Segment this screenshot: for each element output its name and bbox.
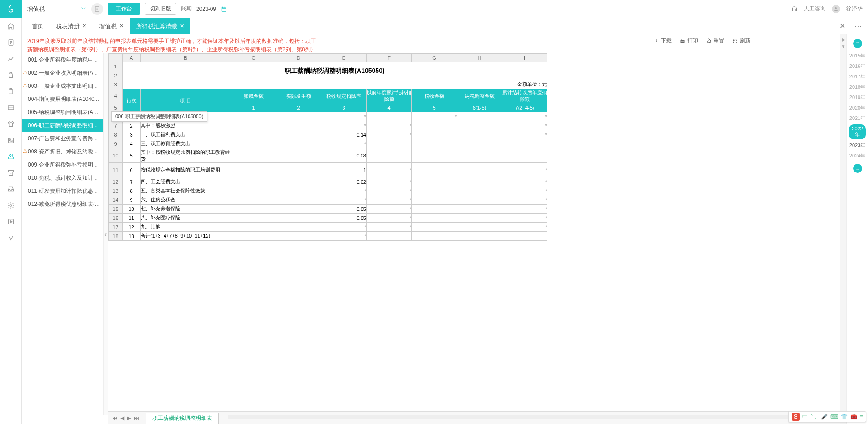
- data-cell[interactable]: [457, 139, 502, 148]
- data-cell[interactable]: *: [321, 223, 367, 232]
- year-2016年[interactable]: 2016年: [846, 61, 868, 71]
- data-cell[interactable]: *: [502, 177, 547, 186]
- data-cell[interactable]: 0.05: [321, 214, 367, 223]
- play-icon[interactable]: [0, 214, 22, 230]
- ime-tools-icon[interactable]: 🧰: [850, 414, 857, 420]
- data-cell[interactable]: *: [367, 186, 412, 195]
- year-2023年[interactable]: 2023年: [846, 140, 868, 151]
- clipboard-icon[interactable]: [0, 83, 22, 100]
- data-cell[interactable]: *: [367, 214, 412, 223]
- data-cell[interactable]: [276, 148, 321, 163]
- consult-link[interactable]: 人工咨询: [804, 5, 826, 13]
- data-cell[interactable]: *: [502, 195, 547, 205]
- ime-mode[interactable]: 中: [802, 413, 808, 421]
- data-cell[interactable]: [502, 232, 547, 241]
- data-cell[interactable]: *: [367, 177, 412, 186]
- sheet-prev-icon[interactable]: ◀: [119, 415, 125, 421]
- shirt-icon[interactable]: [0, 116, 22, 132]
- data-cell[interactable]: *: [367, 163, 412, 177]
- year-2018年[interactable]: 2018年: [846, 82, 868, 92]
- data-cell[interactable]: [231, 232, 276, 241]
- data-cell[interactable]: [231, 139, 276, 148]
- data-cell[interactable]: *: [502, 112, 547, 121]
- tab-0[interactable]: 首页: [25, 18, 50, 34]
- data-cell[interactable]: [231, 177, 276, 186]
- data-cell[interactable]: [231, 163, 276, 177]
- expand-right-icon[interactable]: ▶: [842, 37, 845, 42]
- refresh-round-button[interactable]: [91, 3, 103, 15]
- sidebar-item-11[interactable]: 012-减免所得税优惠明细表(...: [22, 198, 103, 211]
- image-icon[interactable]: [0, 132, 22, 148]
- sheet-tab[interactable]: 职工薪酬纳税调整明细表: [146, 413, 219, 424]
- bag-icon[interactable]: [0, 67, 22, 83]
- sheet-first-icon[interactable]: ⏮: [111, 415, 118, 421]
- data-cell[interactable]: [502, 148, 547, 163]
- archive-icon[interactable]: [0, 165, 22, 181]
- data-cell[interactable]: *: [502, 121, 547, 130]
- reset-button[interactable]: 重置: [706, 37, 724, 45]
- data-cell[interactable]: [412, 163, 457, 177]
- year-down-icon[interactable]: ⌄: [853, 164, 862, 173]
- tab-more-icon[interactable]: ⋯: [852, 21, 864, 31]
- data-cell[interactable]: *: [321, 232, 367, 241]
- tax-type-selector[interactable]: 增值税 ﹀: [27, 5, 87, 13]
- tab-close-icon[interactable]: ✕: [82, 23, 86, 29]
- data-cell[interactable]: [412, 148, 457, 163]
- data-cell[interactable]: [367, 112, 412, 121]
- data-cell[interactable]: [457, 195, 502, 205]
- data-cell[interactable]: [412, 214, 457, 223]
- data-cell[interactable]: [231, 130, 276, 139]
- tab-close-icon[interactable]: ✕: [119, 23, 123, 29]
- data-cell[interactable]: *: [367, 195, 412, 205]
- steam-icon[interactable]: [0, 148, 22, 165]
- headset-icon[interactable]: [791, 6, 797, 12]
- data-cell[interactable]: [231, 112, 276, 121]
- data-cell[interactable]: [231, 223, 276, 232]
- doc-icon[interactable]: [0, 34, 22, 51]
- data-cell[interactable]: *: [321, 186, 367, 195]
- data-cell[interactable]: [276, 121, 321, 130]
- data-cell[interactable]: [412, 223, 457, 232]
- year-2015年[interactable]: 2015年: [846, 51, 868, 61]
- data-cell[interactable]: [457, 163, 502, 177]
- data-cell[interactable]: [412, 121, 457, 130]
- data-cell[interactable]: [457, 177, 502, 186]
- switch-old-button[interactable]: 切到旧版: [145, 3, 176, 15]
- data-cell[interactable]: [276, 130, 321, 139]
- data-cell[interactable]: [412, 232, 457, 241]
- home-icon[interactable]: [0, 18, 22, 34]
- sidebar-item-9[interactable]: 010-免税、减计收入及加计...: [22, 172, 103, 185]
- sidebar-item-7[interactable]: ⚠008-资产折旧、摊销及纳税...: [22, 145, 103, 158]
- data-cell[interactable]: 0.14: [321, 130, 367, 139]
- sidebar-item-1[interactable]: ⚠002-一般企业收入明细表(A...: [22, 67, 103, 80]
- data-cell[interactable]: *: [502, 186, 547, 195]
- inbox-icon[interactable]: [0, 181, 22, 197]
- data-cell[interactable]: *: [502, 130, 547, 139]
- data-cell[interactable]: [231, 121, 276, 130]
- ime-mic-icon[interactable]: 🎤: [821, 414, 828, 420]
- year-2022年[interactable]: 2022年: [849, 124, 865, 139]
- sidebar-item-4[interactable]: 005-纳税调整项目明细表(A1...: [22, 106, 103, 119]
- card-icon[interactable]: [0, 100, 22, 116]
- logo-icon[interactable]: [0, 0, 22, 18]
- tab-2[interactable]: 增值税✕: [93, 18, 130, 34]
- sheet-last-icon[interactable]: ⏭: [133, 415, 140, 421]
- data-cell[interactable]: [502, 139, 547, 148]
- sidebar-item-2[interactable]: ⚠003-一般企业成本支出明细...: [22, 80, 103, 93]
- data-cell[interactable]: [276, 195, 321, 205]
- data-cell[interactable]: *: [502, 214, 547, 223]
- avatar-icon[interactable]: [832, 5, 840, 13]
- print-button[interactable]: 打印: [680, 37, 698, 45]
- sidebar-item-10[interactable]: 011-研发费用加计扣除优惠...: [22, 185, 103, 198]
- year-2017年[interactable]: 2017年: [846, 71, 868, 82]
- tab-1[interactable]: 税表清册✕: [50, 18, 93, 34]
- sidebar-item-0[interactable]: 001-企业所得税年度纳税申...: [22, 53, 103, 67]
- sheet-next-icon[interactable]: ▶: [126, 415, 132, 421]
- sidebar-item-5[interactable]: 006-职工薪酬纳税调整明细...: [22, 119, 103, 132]
- data-cell[interactable]: [457, 223, 502, 232]
- data-cell[interactable]: [231, 148, 276, 163]
- data-cell[interactable]: [276, 186, 321, 195]
- year-2024年[interactable]: 2024年: [846, 151, 868, 161]
- data-cell[interactable]: [412, 195, 457, 205]
- data-cell[interactable]: [276, 112, 321, 121]
